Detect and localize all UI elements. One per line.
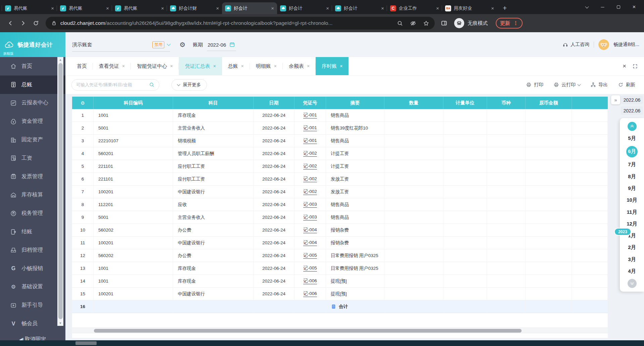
period-selector[interactable]: 2022-06 — [207, 42, 236, 51]
month-item[interactable]: 10月 — [625, 196, 639, 205]
window-maximize-icon[interactable] — [610, 0, 626, 14]
browser-tab[interactable]: 用友用友好业× — [442, 2, 497, 14]
workspace-tab[interactable]: 首页 — [71, 57, 93, 75]
workspace-tab[interactable]: 序时账× — [316, 57, 348, 75]
close-tab-icon[interactable]: × — [274, 63, 277, 69]
settings-gear-icon[interactable]: ⚙ — [179, 41, 185, 49]
month-item[interactable]: 6月 — [626, 146, 638, 157]
browser-tab[interactable]: 易代账× — [112, 2, 167, 14]
scrollbar-thumb[interactable] — [58, 63, 63, 319]
sidebar-item-V[interactable]: V畅会员 — [0, 314, 65, 333]
sidebar-item-inventory[interactable]: 库存核算 — [0, 186, 65, 204]
close-tab-icon[interactable]: × — [491, 5, 494, 11]
workspace-tab[interactable]: 凭证汇总表× — [179, 57, 222, 75]
voucher-no-link[interactable]: 记-005 — [294, 262, 326, 275]
window-minimize-icon[interactable]: ─ — [595, 0, 610, 14]
sidebar-item-guide[interactable]: 新手引导 — [0, 296, 65, 314]
export-button[interactable]: 导出 — [590, 82, 608, 88]
sidebar-item-asset[interactable]: 固定资产 — [0, 131, 65, 149]
browser-tab[interactable]: 易代账× — [2, 2, 57, 14]
close-tab-icon[interactable]: × — [51, 5, 54, 11]
forward-icon[interactable] — [17, 17, 30, 30]
voucher-no-link[interactable]: 记-001 — [294, 122, 326, 135]
eye-off-icon[interactable] — [410, 20, 416, 27]
voucher-no-link[interactable]: 记-004 — [294, 224, 326, 237]
kebab-menu-icon[interactable]: ⋮ — [513, 20, 518, 26]
search-icon[interactable] — [149, 82, 155, 88]
close-tab-icon[interactable]: × — [307, 63, 310, 69]
voucher-no-link[interactable]: 记-006 — [294, 275, 326, 288]
workspace-tab[interactable]: 明细账× — [250, 57, 283, 75]
browser-tab[interactable]: 易代账× — [57, 2, 112, 14]
refresh-button[interactable]: 刷新 — [618, 82, 635, 88]
voucher-no-link[interactable]: 记-006 — [294, 288, 326, 300]
sidebar-item-tax[interactable]: 税务管理 — [0, 204, 65, 223]
workspace-tab[interactable]: 智能凭证中心× — [131, 57, 179, 75]
browser-tab[interactable]: 好会计× — [332, 2, 387, 14]
workspace-tab[interactable]: 余额表× — [283, 57, 316, 75]
voucher-no-link[interactable]: 记-001 — [294, 109, 326, 122]
update-button[interactable]: 更新 ⋮ — [496, 18, 523, 29]
back-icon[interactable] — [4, 17, 17, 30]
voucher-no-link[interactable]: 记-005 — [294, 249, 326, 262]
month-item[interactable]: 4月 — [625, 267, 639, 276]
close-tab-icon[interactable]: × — [271, 5, 274, 11]
month-item[interactable]: 11月 — [625, 208, 639, 216]
sidebar-item-home[interactable]: 首页 — [0, 57, 65, 76]
voucher-no-link[interactable]: 记-003 — [294, 211, 326, 224]
voucher-no-link[interactable]: 记-001 — [294, 135, 326, 147]
month-item[interactable]: 2月 — [625, 243, 639, 252]
workspace-tab[interactable]: 总账× — [222, 57, 250, 75]
search-icon[interactable] — [397, 20, 403, 27]
close-tab-icon[interactable]: × — [436, 5, 439, 11]
sidebar-item-gear[interactable]: ⚙基础设置 — [0, 278, 65, 296]
sidebar-item-G[interactable]: G小畅报销 — [0, 259, 65, 278]
side-panel-icon[interactable] — [441, 20, 447, 27]
sidebar-item-ledger[interactable]: 总账 — [0, 76, 65, 94]
horizontal-scrollbar[interactable] — [72, 328, 608, 333]
scrollbar-thumb[interactable] — [94, 329, 522, 333]
sidebar-item-closing[interactable]: 结账 — [0, 223, 65, 241]
voucher-no-link[interactable]: 记-002 — [294, 160, 326, 173]
months-scroll-up-button[interactable] — [628, 122, 637, 131]
browser-tab[interactable]: 好会计财× — [167, 2, 222, 14]
close-tab-icon[interactable]: × — [326, 5, 329, 11]
user-name[interactable]: 畅捷通B组... — [613, 42, 639, 48]
close-all-tabs-icon[interactable]: × — [623, 62, 626, 70]
account-set-selector[interactable]: 演示账套 禁用 — [72, 41, 170, 52]
close-tab-icon[interactable]: × — [170, 63, 173, 69]
sidebar-scrollbar[interactable]: ▲ ▼ — [57, 57, 63, 326]
sidebar-item-report[interactable]: 云报表中心 — [0, 94, 65, 112]
user-avatar[interactable] — [598, 39, 609, 50]
voucher-no-link[interactable]: 记-003 — [294, 198, 326, 211]
browser-tab[interactable]: C企业工作× — [387, 2, 442, 14]
close-tab-icon[interactable]: × — [340, 63, 342, 69]
search-box[interactable] — [71, 79, 159, 91]
close-tab-icon[interactable]: × — [161, 5, 164, 11]
browser-tab[interactable]: 好会计× — [277, 2, 332, 14]
month-item[interactable]: 3月 — [625, 255, 639, 264]
voucher-no-link[interactable]: 记-002 — [294, 186, 326, 198]
support-link[interactable]: 人工咨询 — [562, 42, 589, 48]
voucher-no-link[interactable]: 记-002 — [294, 173, 326, 186]
sidebar-item-archive[interactable]: 归档管理 — [0, 241, 65, 259]
voucher-no-link[interactable]: 记-002 — [294, 147, 326, 160]
close-tab-icon[interactable]: × — [122, 63, 125, 69]
search-input[interactable] — [76, 82, 146, 87]
fullscreen-icon[interactable] — [632, 63, 638, 69]
workspace-tab[interactable]: 查看凭证× — [93, 57, 131, 75]
window-close-icon[interactable]: × — [626, 0, 642, 14]
month-item[interactable]: 12月 — [625, 219, 639, 228]
month-item[interactable]: 5月 — [625, 134, 639, 143]
close-tab-icon[interactable]: × — [216, 5, 219, 11]
sidebar-item-salary[interactable]: 工资 — [0, 149, 65, 167]
cloud-print-button[interactable]: 云打印 — [553, 82, 580, 88]
month-item[interactable]: 7月 — [625, 160, 639, 169]
taskbar-item[interactable] — [75, 341, 97, 345]
close-tab-icon[interactable]: × — [241, 63, 244, 69]
incognito-badge[interactable]: 无痕模式 — [454, 18, 488, 28]
print-button[interactable]: 打印 — [526, 82, 543, 88]
close-tab-icon[interactable]: × — [213, 63, 216, 69]
collapse-rail-button[interactable]: » — [611, 95, 620, 104]
browser-tab[interactable]: 好会计× — [222, 2, 277, 14]
